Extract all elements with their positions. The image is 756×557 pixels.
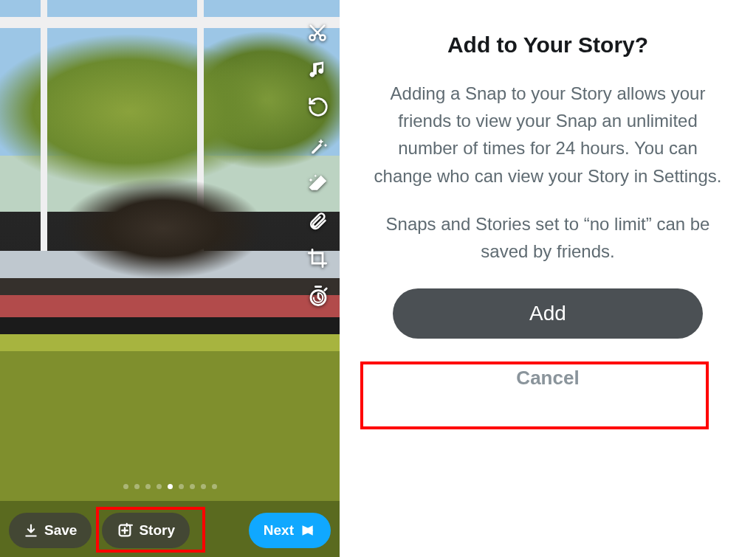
- story-button[interactable]: Story: [102, 513, 190, 548]
- rewind-icon[interactable]: [307, 96, 329, 118]
- add-button[interactable]: Add: [393, 288, 703, 339]
- scissors-icon[interactable]: [307, 22, 329, 43]
- music-icon[interactable]: [307, 59, 329, 80]
- dialog-body-text: Adding a Snap to your Story allows your …: [369, 80, 726, 190]
- save-label: Save: [44, 522, 77, 539]
- next-button[interactable]: Next: [249, 513, 331, 548]
- filter-pagination[interactable]: [0, 484, 340, 489]
- add-to-story-dialog: Add to Your Story? Adding a Snap to your…: [340, 0, 756, 557]
- snap-photo: [0, 0, 340, 557]
- dialog-title: Add to Your Story?: [369, 32, 726, 58]
- edit-tools-strip: [307, 22, 329, 307]
- save-button[interactable]: Save: [9, 513, 92, 548]
- paperclip-icon[interactable]: [307, 211, 329, 232]
- magic-wand-icon[interactable]: [307, 134, 329, 156]
- svg-point-2: [323, 100, 325, 103]
- cancel-button[interactable]: Cancel: [516, 367, 579, 390]
- bottom-action-bar: Save Story Next: [0, 513, 340, 548]
- crop-icon[interactable]: [307, 248, 329, 269]
- dialog-sub-text: Snaps and Stories set to “no limit” can …: [369, 210, 726, 265]
- story-label: Story: [139, 522, 175, 539]
- snap-editor-panel: Save Story Next: [0, 0, 340, 557]
- timer-icon[interactable]: [307, 285, 329, 307]
- next-label: Next: [264, 522, 294, 539]
- eraser-icon[interactable]: [307, 173, 329, 195]
